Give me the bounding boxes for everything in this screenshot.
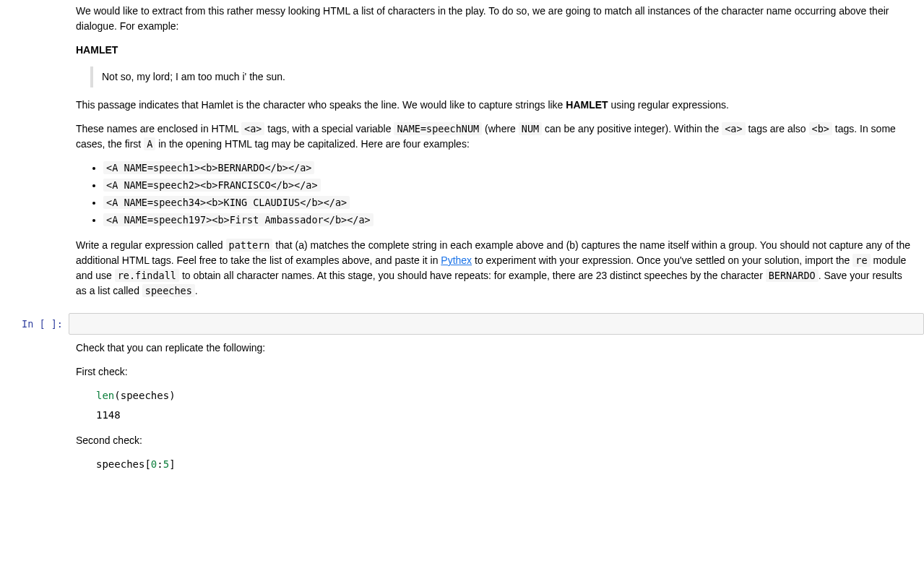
intro-paragraph: We would like to extract from this rathe… bbox=[76, 4, 913, 34]
enc-text-5: tags are also bbox=[746, 123, 809, 134]
input-prompt: In [ ]: bbox=[0, 313, 69, 335]
hamlet-bold: HAMLET bbox=[76, 44, 118, 56]
example-code-1: <A NAME=speech1><b>BERNARDO</b></a> bbox=[103, 161, 314, 174]
write-text-3: to experiment with your expression. Once… bbox=[472, 254, 852, 266]
enc-text-1: These names are enclosed in HTML bbox=[76, 123, 241, 134]
passage-paragraph: This passage indicates that Hamlet is th… bbox=[76, 98, 913, 113]
code-capital-a: A bbox=[144, 137, 155, 150]
code-num: NUM bbox=[519, 122, 542, 135]
slice-prefix: speeches[ bbox=[96, 458, 151, 470]
len-fn: len bbox=[96, 390, 114, 401]
enc-text-2: tags, with a special variable bbox=[264, 123, 394, 134]
markdown-cell: We would like to extract from this rathe… bbox=[0, 0, 924, 311]
write-text-5: to obtain all character names. At this s… bbox=[179, 270, 766, 281]
first-check-label: First check: bbox=[76, 364, 913, 380]
len-args: (speeches) bbox=[114, 390, 175, 401]
list-item: <A NAME=speech197><b>First Ambassador</b… bbox=[103, 213, 913, 228]
dialogue-quote: Not so, my lord; I am too much i' the su… bbox=[90, 67, 913, 87]
pythex-link[interactable]: Pythex bbox=[441, 254, 472, 266]
examples-list: <A NAME=speech1><b>BERNARDO</b></a> <A N… bbox=[76, 160, 913, 228]
check-intro: Check that you can replicate the followi… bbox=[76, 340, 913, 356]
cell-prompt-empty bbox=[0, 2, 69, 309]
example-code-2: <A NAME=speech2><b>FRANCISCO</b></a> bbox=[103, 179, 321, 192]
write-regex-paragraph: Write a regular expression called patter… bbox=[76, 238, 913, 299]
example-code-4: <A NAME=speech197><b>First Ambassador</b… bbox=[103, 213, 374, 226]
character-name-heading: HAMLET bbox=[76, 43, 913, 58]
list-item: <A NAME=speech34><b>KING CLAUDIUS</b></a… bbox=[103, 195, 913, 210]
code-speeches: speeches bbox=[142, 284, 195, 297]
quote-text: Not so, my lord; I am too much i' the su… bbox=[102, 71, 285, 82]
code-pattern: pattern bbox=[226, 239, 273, 252]
slice-end: 5 bbox=[163, 458, 169, 470]
code-re: re bbox=[852, 254, 870, 267]
markdown-cell: Check that you can replicate the followi… bbox=[0, 337, 924, 486]
second-check-label: Second check: bbox=[76, 433, 913, 448]
markdown-content: Check that you can replicate the followi… bbox=[69, 339, 924, 484]
slice-expr: speeches[0:5] bbox=[96, 457, 913, 472]
passage-text-2: using regular expressions. bbox=[608, 99, 729, 111]
cell-prompt-empty bbox=[0, 339, 69, 484]
code-bernardo: BERNARDO bbox=[766, 269, 819, 282]
list-item: <A NAME=speech1><b>BERNARDO</b></a> bbox=[103, 160, 913, 176]
example-code-3: <A NAME=speech34><b>KING CLAUDIUS</b></a… bbox=[103, 196, 350, 209]
code-name-var: NAME=speechNUM bbox=[394, 122, 482, 135]
write-text-1: Write a regular expression called bbox=[76, 239, 226, 251]
markdown-content: We would like to extract from this rathe… bbox=[69, 2, 924, 309]
jupyter-notebook: We would like to extract from this rathe… bbox=[0, 0, 924, 486]
code-cell: In [ ]: bbox=[0, 311, 924, 337]
enc-text-7: in the opening HTML tag may be capitaliz… bbox=[155, 138, 470, 150]
code-findall: re.findall bbox=[115, 269, 179, 282]
write-text-7: . bbox=[195, 285, 198, 296]
second-check-block: speeches[0:5] bbox=[96, 457, 913, 472]
passage-text-1: This passage indicates that Hamlet is th… bbox=[76, 99, 566, 111]
len-call: len(speeches) bbox=[96, 388, 913, 403]
code-input-area[interactable] bbox=[69, 313, 924, 335]
code-a-tag: <a> bbox=[241, 122, 264, 135]
code-a-tag-2: <a> bbox=[722, 122, 745, 135]
list-item: <A NAME=speech2><b>FRANCISCO</b></a> bbox=[103, 178, 913, 193]
len-result: 1148 bbox=[96, 408, 913, 423]
code-b-tag: <b> bbox=[809, 122, 832, 135]
passage-hamlet-bold: HAMLET bbox=[566, 99, 608, 111]
first-check-block: len(speeches) 1148 bbox=[96, 388, 913, 423]
slice-colon: : bbox=[157, 458, 163, 470]
enc-text-3: (where bbox=[482, 123, 519, 134]
slice-suffix: ] bbox=[169, 458, 175, 470]
enc-text-4: can be any positive integer). Within the bbox=[542, 123, 722, 134]
enclosed-paragraph: These names are enclosed in HTML <a> tag… bbox=[76, 121, 913, 152]
